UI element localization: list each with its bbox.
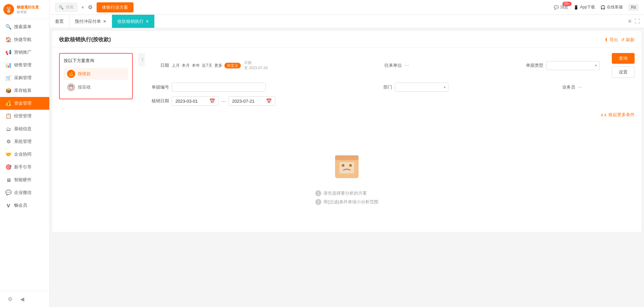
app-logo: 🐰 畅捷通好生意 标准版: [0, 0, 49, 19]
online-service-button[interactable]: 🎧 在线客服: [600, 4, 623, 10]
query-button[interactable]: 查询: [612, 53, 635, 64]
logo-badge: 标准版: [17, 10, 39, 14]
tab-receivable[interactable]: 收款核销执行 ✕: [112, 15, 155, 28]
user-menu[interactable]: Rit: [628, 4, 639, 11]
sidebar-item-sales[interactable]: 📊 销售管理: [0, 59, 49, 71]
sidebar-item-marketing[interactable]: 📢 营销推广: [0, 46, 49, 59]
hardware-icon: 🖥: [5, 177, 11, 183]
dept-select[interactable]: [395, 83, 448, 92]
sidebar-item-member[interactable]: V 畅会员: [0, 199, 49, 212]
filter-panel-title: 按以下方案查询: [64, 58, 128, 64]
fullscreen-icon[interactable]: ⛶: [635, 18, 640, 24]
counterpart-label: 往来单位: [382, 62, 402, 68]
logo-text: 畅捷通好生意 标准版: [17, 5, 39, 14]
close-all-tabs-icon[interactable]: ✕: [628, 18, 632, 24]
sidebar-item-operation[interactable]: 📋 经营管理: [0, 110, 49, 122]
system-icon: ⚙: [5, 139, 11, 145]
collapse-sidebar-icon[interactable]: ◀: [17, 294, 27, 304]
sidebar-item-purchase[interactable]: 🛒 采购管理: [0, 71, 49, 84]
sidebar-label-sales: 销售管理: [14, 62, 32, 68]
collapse-panel-button[interactable]: 《: [138, 53, 145, 66]
sidebar-item-wechat[interactable]: 💬 企业微信: [0, 186, 49, 199]
verify-date-end-value: 2023-07-21: [232, 99, 255, 104]
date-this-month[interactable]: 本月: [182, 63, 190, 68]
operation-icon: 📋: [5, 113, 11, 119]
page-actions: ⬆ 导出 ↺ 刷新: [604, 37, 635, 43]
sidebar-label-quick-nav: 快捷导航: [14, 37, 32, 43]
svg-point-3: [342, 164, 344, 167]
member-icon: V: [5, 203, 11, 208]
sidebar-item-guide[interactable]: 🎯 新手引导: [0, 161, 49, 173]
verify-date-end-input[interactable]: 2023-07-21 📅: [228, 96, 275, 106]
tab-prepay-close[interactable]: ✕: [103, 19, 106, 24]
solution-button[interactable]: 体验行业方案: [97, 2, 133, 12]
sidebar-label-search: 搜索菜单: [14, 24, 32, 30]
counterpart-field: 往来单位 ···: [382, 62, 409, 68]
query-buttons: 查询 设置: [612, 53, 635, 78]
export-label: 导出: [609, 37, 618, 43]
svg-rect-2: [339, 162, 354, 173]
doc-number-field: 单据编号: [149, 83, 266, 92]
calendar-start-icon: 📅: [209, 98, 215, 104]
gear-icon[interactable]: ⚙: [88, 4, 93, 10]
collapse-more-button[interactable]: ∧∧ 收起更多条件: [149, 110, 635, 119]
sidebar-item-quick-nav[interactable]: 🏠 快捷导航: [0, 33, 49, 46]
search-placeholder: 搜索: [66, 4, 74, 10]
app-download-button[interactable]: 📱 App下载: [574, 4, 595, 10]
dropdown-arrow-icon: ▾: [82, 5, 84, 10]
doc-type-select[interactable]: [546, 61, 600, 70]
sidebar-item-search[interactable]: 🔍 搜索菜单: [0, 20, 49, 33]
sidebar-label-wechat: 企业微信: [14, 190, 32, 196]
doc-number-input[interactable]: [172, 83, 266, 92]
calendar-end-icon: 📅: [266, 98, 272, 104]
search-icon: 🔍: [5, 24, 11, 30]
filter-option-by-receipt[interactable]: 💰 按收款: [64, 68, 128, 80]
topbar-search[interactable]: 🔍 搜索: [55, 3, 77, 12]
basic-icon: 🗂: [5, 126, 11, 132]
settings-bottom-icon[interactable]: ⚙: [5, 294, 15, 304]
sidebar-item-hardware[interactable]: 🖥 智能硬件: [0, 173, 49, 186]
svg-rect-1: [335, 155, 359, 160]
verify-date-start-input[interactable]: 2023-03-01 📅: [172, 96, 219, 106]
date-custom-badge[interactable]: 自定义: [224, 63, 241, 68]
empty-svg: [327, 145, 367, 185]
date-more[interactable]: 更多: [214, 63, 222, 68]
counterpart-dots[interactable]: ···: [405, 62, 409, 68]
sidebar-label-system: 系统管理: [14, 139, 32, 145]
export-button[interactable]: ⬆ 导出: [604, 37, 618, 43]
date-this-year[interactable]: 本年: [192, 63, 200, 68]
logo-icon: 🐰: [3, 4, 14, 15]
sidebar-item-enterprise[interactable]: 🤝 企业协同: [0, 148, 49, 161]
setting-button[interactable]: 设置: [612, 66, 635, 78]
main-content: 🔍 搜索 ▾ ⚙ 体验行业方案 💬 消息 99+ 📱 App下载 🎧 在线客服 …: [50, 0, 644, 307]
filter-row-2: 单据编号 部门: [149, 83, 635, 92]
topbar: 🔍 搜索 ▾ ⚙ 体验行业方案 💬 消息 99+ 📱 App下载 🎧 在线客服 …: [50, 0, 644, 15]
sidebar-label-basic: 基础信息: [14, 126, 32, 132]
empty-hint-2-text: 用[过滤]条件来缩小分析范围: [323, 199, 378, 205]
message-button[interactable]: 💬 消息 99+: [554, 4, 568, 10]
tab-home[interactable]: 首页: [50, 15, 69, 28]
filter-option-by-receivable[interactable]: ⏰ 按应收: [64, 81, 128, 93]
date-last-month[interactable]: 上月: [172, 63, 180, 68]
refresh-button[interactable]: ↺ 刷新: [621, 37, 635, 43]
tab-prepay[interactable]: 预付冲应付单 ✕: [69, 15, 112, 28]
sidebar-item-system[interactable]: ⚙ 系统管理: [0, 135, 49, 148]
sidebar-item-finance[interactable]: 💰 资金管理: [0, 97, 49, 110]
sidebar: 🐰 畅捷通好生意 标准版 🔍 搜索菜单 🏠 快捷导航 📢 营销推广 📊 销售管理…: [0, 0, 50, 307]
empty-state: 1 请先选择要分析的方案 2 用[过滤]条件来缩小分析范围: [52, 124, 641, 232]
tab-receivable-close[interactable]: ✕: [146, 19, 149, 24]
mobile-icon: 📱: [574, 5, 579, 10]
date-separator: —: [221, 99, 226, 104]
inventory-icon: 📦: [5, 88, 11, 94]
date-7days[interactable]: 近7天: [202, 63, 212, 68]
dept-label: 部门: [372, 84, 392, 90]
sidebar-item-basic[interactable]: 🗂 基础信息: [0, 122, 49, 135]
app-label: App下载: [580, 4, 595, 10]
sidebar-label-finance: 资金管理: [14, 100, 32, 106]
collapse-more-label: 收起更多条件: [608, 112, 635, 118]
sidebar-item-inventory[interactable]: 📦 库存核算: [0, 84, 49, 97]
home-icon: 🏠: [5, 37, 11, 43]
staff-dots[interactable]: ···: [578, 84, 582, 90]
verify-date-field: 核销日期 2023-03-01 📅 — 2023-07-21 📅: [149, 96, 275, 106]
filter-panel-box: 按以下方案查询 💰 按收款 ⏰ 按应收: [59, 53, 133, 99]
